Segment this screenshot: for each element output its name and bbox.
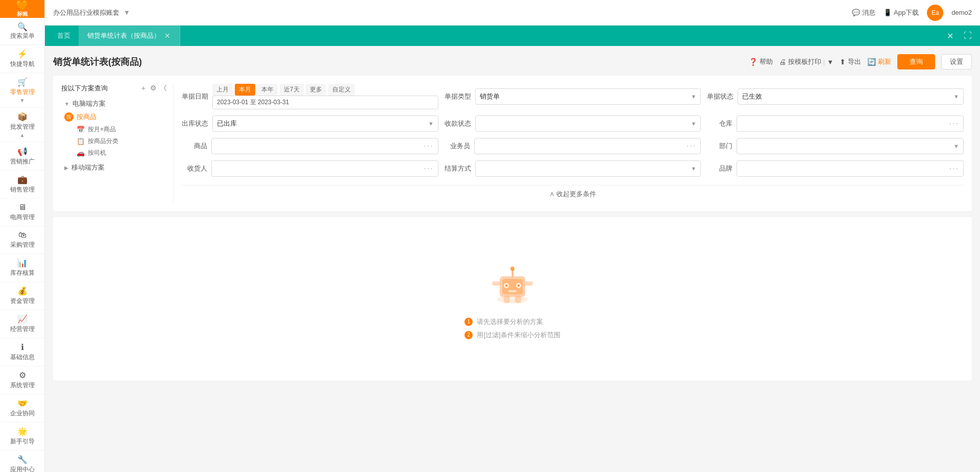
sidebar-item-guide[interactable]: 🌟 新手引导 bbox=[0, 422, 44, 451]
app-download-btn[interactable]: 📱 App下载 bbox=[884, 8, 919, 17]
scheme-item-by-product[interactable]: 按 按商品 bbox=[61, 110, 167, 124]
user-label: demo2 bbox=[951, 9, 972, 16]
svg-point-5 bbox=[505, 285, 507, 287]
scheme-settings-icon[interactable]: ⚙ bbox=[150, 84, 157, 93]
help-btn[interactable]: ❓ 帮助 bbox=[749, 57, 773, 66]
date-range-input[interactable]: 2023-03-01 至 2023-03-31 bbox=[212, 96, 438, 109]
product-dots: ··· bbox=[424, 141, 433, 151]
export-icon: ⬆ bbox=[840, 58, 846, 66]
topbar-title: 办公用品行业模拟账套 bbox=[53, 8, 119, 17]
system-label: 系统管理 bbox=[10, 381, 35, 390]
settlement-input[interactable]: ▼ bbox=[475, 160, 701, 177]
sidebar-item-appcenter[interactable]: 🔧 应用中心 bbox=[0, 451, 44, 472]
sidebar-item-operations[interactable]: 📈 经营管理 bbox=[0, 310, 44, 338]
scheme-sub-label: 按月+商品 bbox=[88, 125, 116, 134]
export-label: 导出 bbox=[848, 57, 861, 66]
guide-icon: 🌟 bbox=[17, 427, 28, 436]
filter-brand: 品牌 ··· bbox=[707, 160, 964, 177]
sidebar-item-purchase[interactable]: 🛍 采购管理 bbox=[0, 226, 44, 254]
date-tab-custom[interactable]: 自定义 bbox=[328, 84, 355, 96]
date-tab-thismonth[interactable]: 本月 bbox=[235, 84, 255, 96]
product-input[interactable]: ··· bbox=[211, 138, 438, 154]
sales-icon: 💼 bbox=[17, 175, 28, 184]
retail-icon: 🛒 bbox=[17, 77, 28, 87]
brand-label: 品牌 bbox=[707, 164, 732, 173]
tab-close-all-icon[interactable]: ✕ bbox=[943, 29, 958, 43]
sidebar-item-inventory[interactable]: 📊 库存核算 bbox=[0, 254, 44, 282]
filter-right: 单据日期 上月 本月 本年 近7天 更多 自定义 bbox=[182, 84, 964, 203]
scheme-sub-month-product[interactable]: 📅 按月+商品 bbox=[61, 124, 167, 135]
guide-label: 新手引导 bbox=[10, 437, 35, 446]
scheme-sub-category[interactable]: 📋 按商品分类 bbox=[61, 135, 167, 147]
sidebar-item-basic[interactable]: ℹ 基础信息 bbox=[0, 338, 44, 366]
doc-status-input[interactable]: 已生效 ▼ bbox=[738, 88, 964, 105]
refresh-icon: 🔄 bbox=[867, 58, 876, 66]
refresh-btn[interactable]: 🔄 刷新 bbox=[867, 57, 891, 66]
logo-text: 标账 bbox=[17, 10, 28, 18]
collapse-bar[interactable]: ∧ 收起更多条件 bbox=[182, 185, 964, 203]
settings-button[interactable]: 设置 bbox=[941, 54, 972, 69]
tab-sales-stat[interactable]: 销货单统计表（按商品） ✕ bbox=[79, 26, 180, 46]
avatar[interactable]: Ea bbox=[927, 5, 943, 21]
stock-out-input[interactable]: 已出库 ▼ bbox=[212, 115, 438, 132]
sidebar-item-enterprise[interactable]: 🤝 企业协同 bbox=[0, 394, 44, 422]
operations-label: 经营管理 bbox=[10, 325, 35, 334]
logo[interactable]: 🧡 标账 bbox=[0, 0, 44, 18]
date-tab-lastmonth[interactable]: 上月 bbox=[212, 84, 233, 96]
settlement-label: 结算方式 bbox=[445, 164, 471, 173]
scheme-group-mobile[interactable]: ▶ 移动端方案 bbox=[61, 161, 167, 174]
sidebar-item-marketing[interactable]: 📢 营销推广 bbox=[0, 143, 44, 171]
query-button[interactable]: 查询 bbox=[897, 54, 935, 69]
message-btn[interactable]: 💬 消息 bbox=[852, 8, 875, 17]
avatar-text: Ea bbox=[932, 9, 939, 16]
filter-payment: 收款状态 ▼ bbox=[445, 115, 701, 132]
tab-fullscreen-icon[interactable]: ⛶ bbox=[960, 29, 976, 43]
warehouse-input[interactable]: ··· bbox=[737, 115, 964, 132]
help-icon: ❓ bbox=[749, 58, 757, 66]
print-dropdown-arrow[interactable]: ▼ bbox=[827, 58, 834, 66]
sidebar-item-wholesale[interactable]: 📦 批发管理 ▲ bbox=[0, 108, 44, 143]
brand-input[interactable]: ··· bbox=[737, 160, 964, 177]
department-input[interactable]: ▼ bbox=[737, 138, 964, 154]
enterprise-icon: 🤝 bbox=[17, 398, 28, 408]
date-tab-7days[interactable]: 近7天 bbox=[280, 84, 304, 96]
tab-home[interactable]: 首页 bbox=[49, 26, 79, 46]
scheme-panel-icons: ＋ ⚙ 《 bbox=[140, 84, 167, 93]
sidebar-item-sales[interactable]: 💼 销售管理 bbox=[0, 171, 44, 199]
sidebar-item-quicknav[interactable]: ⚡ 快捷导航 bbox=[0, 45, 44, 73]
sidebar-item-ecommerce[interactable]: 🖥 电商管理 bbox=[0, 199, 44, 226]
recipient-input[interactable]: ··· bbox=[211, 160, 438, 177]
scheme-sub-category-label: 按商品分类 bbox=[88, 137, 118, 146]
tabbar: 首页 销货单统计表（按商品） ✕ ✕ ⛶ bbox=[45, 26, 980, 46]
print-divider: | bbox=[823, 58, 825, 66]
payment-label: 收款状态 bbox=[445, 119, 471, 128]
sidebar-item-finance[interactable]: 💰 资金管理 bbox=[0, 282, 44, 310]
scheme-collapse-icon[interactable]: 《 bbox=[160, 84, 167, 93]
stock-out-label: 出库状态 bbox=[182, 119, 208, 128]
scheme-add-icon[interactable]: ＋ bbox=[140, 84, 147, 93]
stock-out-value: 已出库 bbox=[217, 119, 237, 128]
tab-close-icon[interactable]: ✕ bbox=[163, 32, 172, 40]
doc-type-input[interactable]: 销货单 ▼ bbox=[475, 88, 701, 105]
purchase-label: 采购管理 bbox=[10, 241, 35, 249]
scheme-pc-arrow: ▼ bbox=[64, 101, 69, 107]
topbar-dropdown-icon[interactable]: ▼ bbox=[124, 9, 130, 16]
scheme-sub-driver[interactable]: 🚗 按司机 bbox=[61, 147, 167, 159]
filter-row-3: 商品 ··· 业务员 ··· 部门 bbox=[182, 138, 964, 154]
payment-input[interactable]: ▼ bbox=[475, 115, 701, 132]
salesperson-dots: ··· bbox=[687, 141, 696, 151]
print-btn[interactable]: 🖨 按模板打印 | ▼ bbox=[779, 57, 834, 66]
sidebar-item-search[interactable]: 🔍 搜索菜单 bbox=[0, 18, 44, 45]
empty-step-2: 2 用[过滤]条件来缩小分析范围 bbox=[464, 328, 560, 342]
wholesale-label: 批发管理 bbox=[10, 123, 35, 131]
export-btn[interactable]: ⬆ 导出 bbox=[840, 57, 861, 66]
date-tab-thisyear[interactable]: 本年 bbox=[257, 84, 278, 96]
wholesale-arrow: ▲ bbox=[20, 132, 25, 138]
date-tab-more[interactable]: 更多 bbox=[306, 84, 326, 96]
scheme-group-pc[interactable]: ▼ 电脑端方案 bbox=[61, 97, 167, 110]
sidebar-item-system[interactable]: ⚙ 系统管理 bbox=[0, 366, 44, 394]
scheme-sub-driver-label: 按司机 bbox=[88, 149, 106, 157]
salesperson-input[interactable]: ··· bbox=[474, 138, 701, 154]
sidebar-item-retail[interactable]: 🛒 零售管理 ▼ bbox=[0, 73, 44, 108]
refresh-label: 刷新 bbox=[878, 57, 891, 66]
